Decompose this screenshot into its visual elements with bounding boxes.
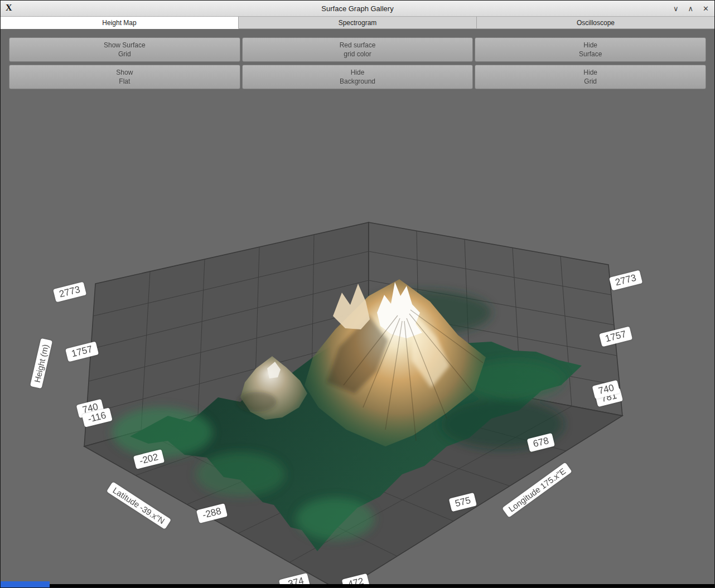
- window-title: Surface Graph Gallery: [321, 4, 393, 13]
- app-window: X Surface Graph Gallery ∨ ∧ ✕ Height Map…: [0, 0, 715, 588]
- red-surface-grid-color-button[interactable]: Red surface grid color: [242, 37, 474, 62]
- window-controls: ∨ ∧ ✕: [673, 1, 709, 16]
- show-flat-button[interactable]: Show Flat: [9, 65, 240, 89]
- maximize-icon[interactable]: ∧: [688, 4, 694, 13]
- taskbar-accent: [1, 581, 50, 587]
- tab-height-map[interactable]: Height Map: [1, 17, 239, 29]
- show-surface-grid-button[interactable]: Show Surface Grid: [9, 37, 240, 62]
- tab-spectrogram[interactable]: Spectrogram: [239, 17, 477, 29]
- hide-background-button[interactable]: Hide Background: [242, 65, 474, 89]
- close-icon[interactable]: ✕: [703, 4, 709, 13]
- hide-grid-button[interactable]: Hide Grid: [475, 65, 706, 89]
- title-bar: X Surface Graph Gallery ∨ ∧ ✕: [1, 1, 714, 17]
- hide-surface-button[interactable]: Hide Surface: [475, 37, 706, 62]
- toolbar: Show Surface Grid Red surface grid color…: [1, 29, 714, 89]
- tab-bar: Height Map Spectrogram Oscilloscope: [1, 17, 714, 29]
- minimize-icon[interactable]: ∨: [673, 4, 679, 13]
- app-icon[interactable]: X: [6, 3, 12, 13]
- bottom-edge-bar: [1, 584, 714, 587]
- tab-oscilloscope[interactable]: Oscilloscope: [477, 17, 714, 29]
